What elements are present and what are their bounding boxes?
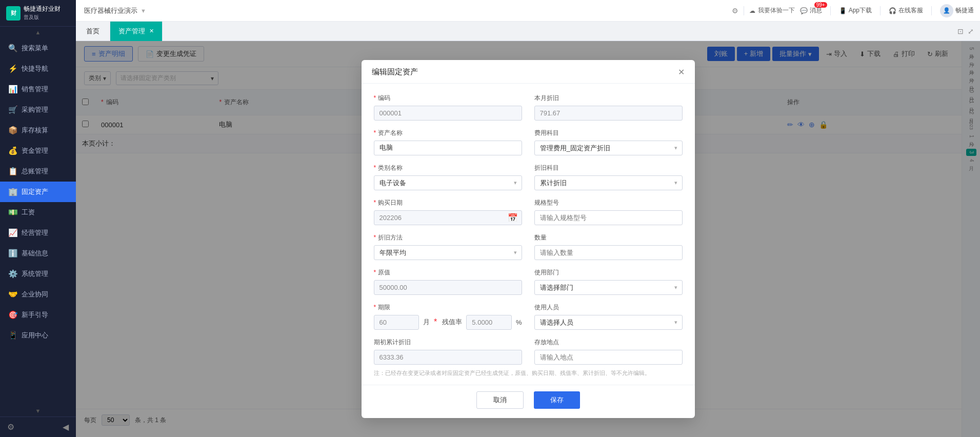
message-badge: 99+ (814, 2, 827, 8)
sidebar-label-capital: 资金管理 (22, 146, 48, 155)
experience-btn[interactable]: ☁ 我要体验一下 (749, 6, 795, 15)
sidebar-label-basic-info: 基础信息 (22, 249, 48, 258)
sidebar-scroll-down[interactable]: ▼ (0, 405, 76, 416)
depr-method-select[interactable]: 年限平均 (374, 245, 522, 260)
sidebar-label-enterprise: 企业协同 (22, 290, 48, 299)
spec-model-input[interactable] (534, 210, 683, 225)
residual-rate-input[interactable] (466, 315, 512, 330)
logo-icon: 财 (6, 6, 21, 21)
tab-asset-mgmt-label: 资产管理 (118, 27, 145, 36)
initial-depr-input[interactable] (374, 350, 522, 365)
code-input[interactable] (374, 106, 522, 121)
dept-label: 使用部门 (534, 268, 683, 277)
user-select[interactable]: 请选择人员 (534, 315, 683, 330)
depr-subject-label: 折旧科目 (534, 164, 683, 172)
sidebar-item-enterprise[interactable]: 🤝 企业协同 (0, 284, 76, 305)
tab-close-icon[interactable]: ✕ (149, 28, 154, 34)
field-purchase-date: * 购买日期 📅 (374, 198, 522, 225)
sidebar-item-operations[interactable]: 📈 经营管理 (0, 223, 76, 243)
modal-close-icon[interactable]: ✕ (678, 67, 685, 77)
field-code: * 编码 (374, 94, 522, 121)
expense-subject-label: 费用科目 (534, 129, 683, 137)
edit-asset-modal: 编辑固定资产 ✕ * 编码 (362, 60, 695, 419)
save-button[interactable]: 保存 (534, 391, 580, 409)
sidebar-label-inventory: 库存核算 (22, 126, 48, 135)
sidebar-item-purchase[interactable]: 🛒 采购管理 (0, 100, 76, 120)
app-center-icon: 📱 (8, 331, 17, 340)
sidebar-item-inventory[interactable]: 📦 库存核算 (0, 120, 76, 141)
inventory-icon: 📦 (8, 126, 17, 135)
sidebar-item-ledger[interactable]: 📋 总账管理 (0, 161, 76, 182)
collapse-icon[interactable]: ◀ (63, 422, 69, 432)
spec-model-label: 规格型号 (534, 198, 683, 207)
sidebar-item-payroll[interactable]: 💵 工资 (0, 202, 76, 223)
phone-icon: 📱 (839, 7, 847, 14)
quicknav-icon: ⚡ (8, 64, 17, 73)
message-icon: 💬 (800, 7, 808, 14)
sidebar-item-capital[interactable]: 💰 资金管理 (0, 141, 76, 161)
topbar-right: 💬 消息 99+ 📱 App下载 🎧 在线客服 👤 畅捷通 (800, 4, 974, 17)
window-restore-icon[interactable]: ⊡ (957, 27, 964, 35)
calendar-icon: 📅 (508, 213, 518, 223)
sidebar-item-newbie[interactable]: 🎯 新手引导 (0, 305, 76, 325)
storage-input[interactable] (534, 350, 683, 365)
cancel-button[interactable]: 取消 (476, 391, 524, 409)
purchase-date-label: * 购买日期 (374, 198, 522, 207)
topbar-divider-2 (830, 6, 831, 15)
sidebar-item-basic-info[interactable]: ℹ️ 基础信息 (0, 243, 76, 264)
basic-info-icon: ℹ️ (8, 249, 17, 258)
period-unit: 月 (423, 317, 430, 327)
cloud-icon: ☁ (749, 7, 755, 14)
online-service-btn[interactable]: 🎧 在线客服 (889, 6, 923, 15)
category-name-label: * 类别名称 (374, 164, 522, 172)
original-value-input[interactable] (374, 280, 522, 295)
capital-icon: 💰 (8, 146, 17, 155)
quantity-input[interactable] (534, 245, 683, 260)
topbar-settings-icon[interactable]: ⚙ (732, 7, 738, 15)
sidebar-item-system[interactable]: ⚙️ 系统管理 (0, 264, 76, 284)
experience-label: 我要体验一下 (758, 6, 795, 15)
sidebar-item-fixed-assets[interactable]: 🏢 固定资产 (0, 182, 76, 202)
app-download-btn[interactable]: 📱 App下载 (839, 6, 872, 15)
depr-subject-select-wrap: 累计折旧 ▾ (534, 175, 683, 190)
sidebar: 财 畅捷通好业财 普及版 ▲ 🔍 搜索菜单 ⚡ 快捷导航 📊 销售管理 🛒 采购… (0, 0, 76, 437)
expense-subject-select-wrap: 管理费用_固定资产折旧 ▾ (534, 141, 683, 155)
sidebar-label-app-center: 应用中心 (22, 331, 48, 340)
period-label: * 期限 (374, 303, 522, 312)
sidebar-item-quicknav[interactable]: ⚡ 快捷导航 (0, 58, 76, 79)
initial-depr-label: 期初累计折旧 (374, 338, 522, 347)
asset-name-input[interactable] (374, 141, 522, 155)
tab-asset-mgmt[interactable]: 资产管理 ✕ (110, 22, 163, 41)
modal-body: * 编码 本月折旧 * (362, 84, 695, 385)
field-original-value: * 原值 (374, 268, 522, 295)
category-select-wrap: 电子设备 ▾ (374, 175, 522, 190)
quantity-label: 数量 (534, 233, 683, 242)
tab-home[interactable]: 首页 (76, 22, 110, 41)
message-btn[interactable]: 💬 消息 99+ (800, 6, 822, 15)
chevron-down-icon[interactable]: ▼ (141, 8, 146, 14)
sidebar-item-app-center[interactable]: 📱 应用中心 (0, 325, 76, 346)
user-label: 使用人员 (534, 303, 683, 312)
sidebar-scroll-up[interactable]: ▲ (0, 27, 76, 38)
app-sub: 普及版 (24, 14, 61, 21)
sidebar-label-purchase: 采购管理 (22, 105, 48, 114)
sidebar-item-search[interactable]: 🔍 搜索菜单 (0, 38, 76, 58)
user-btn[interactable]: 👤 畅捷通 (940, 4, 974, 17)
settings-bottom-icon[interactable]: ⚙ (7, 422, 14, 432)
expense-subject-select[interactable]: 管理费用_固定资产折旧 (534, 141, 683, 155)
sidebar-item-sales[interactable]: 📊 销售管理 (0, 79, 76, 100)
window-expand-icon[interactable]: ⤢ (968, 27, 974, 35)
depr-subject-select[interactable]: 累计折旧 (534, 175, 683, 190)
asset-name-label: * 资产名称 (374, 129, 522, 137)
storage-label: 存放地点 (534, 338, 683, 347)
purchase-date-input[interactable] (374, 210, 522, 225)
period-input[interactable] (374, 315, 419, 330)
sidebar-label-quicknav: 快捷导航 (22, 64, 48, 73)
category-select[interactable]: 电子设备 (374, 175, 522, 190)
dept-select[interactable]: 请选择部门 (534, 280, 683, 295)
logo-text-block: 畅捷通好业财 普及版 (24, 5, 61, 22)
user-select-wrap: 请选择人员 ▾ (534, 315, 683, 330)
field-storage: 存放地点 (534, 338, 683, 365)
sidebar-label-newbie: 新手引导 (22, 310, 48, 320)
sidebar-menu: 🔍 搜索菜单 ⚡ 快捷导航 📊 销售管理 🛒 采购管理 📦 库存核算 💰 资金管… (0, 38, 76, 405)
